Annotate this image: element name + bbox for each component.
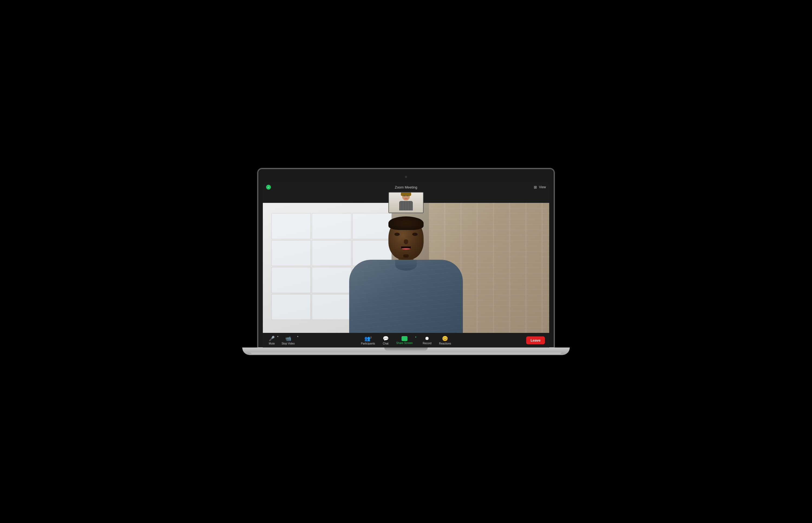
- share-screen-button[interactable]: ⬆ Share Screen: [395, 335, 414, 346]
- laptop-notch: [384, 347, 428, 351]
- title-bar-left: ✓: [266, 185, 271, 190]
- mute-group: 🎤 Mute ▲: [267, 335, 279, 346]
- video-icon: 📹: [285, 336, 291, 342]
- security-shield-icon: ✓: [266, 185, 271, 190]
- zoom-window: ✓ Zoom Meeting ⊞ View: [263, 182, 549, 347]
- stop-video-label: Stop Video: [282, 342, 295, 345]
- leave-button[interactable]: Leave: [526, 337, 545, 344]
- mute-chevron-icon[interactable]: ▲: [277, 335, 279, 338]
- chat-button[interactable]: 💬 Chat: [381, 335, 390, 346]
- reactions-label: Reactions: [439, 342, 451, 345]
- video-group: 📹 Stop Video ▲: [280, 335, 299, 346]
- chat-icon: 💬: [383, 336, 389, 342]
- window-title: Zoom Meeting: [395, 185, 417, 189]
- laptop-screen-bezel: ✓ Zoom Meeting ⊞ View: [257, 168, 555, 347]
- share-screen-icon: ⬆: [401, 336, 407, 341]
- participants-icon: 👥2: [364, 336, 372, 342]
- toolbar-left: 🎤 Mute ▲ 📹 Stop Video ▲: [267, 335, 299, 346]
- stop-video-button[interactable]: 📹 Stop Video: [280, 335, 296, 346]
- main-person: [336, 214, 476, 333]
- participant-count: 2: [370, 336, 372, 339]
- main-video: [263, 203, 549, 333]
- laptop-container: ✓ Zoom Meeting ⊞ View: [257, 168, 555, 355]
- toolbar-center: 👥2 Participants 💬 Chat ⬆ Share Screen: [359, 335, 453, 346]
- view-label: View: [539, 185, 546, 189]
- toolbar-right: Leave: [526, 337, 545, 344]
- laptop-camera: [405, 176, 407, 178]
- reactions-button[interactable]: 😊 Reactions: [437, 335, 453, 346]
- pip-video: [389, 192, 423, 213]
- participants-label: Participants: [361, 342, 375, 345]
- mute-label: Mute: [269, 342, 275, 345]
- record-label: Record: [423, 342, 431, 345]
- camera-bar: [263, 174, 549, 180]
- pip-person-video: [389, 193, 423, 213]
- record-icon: ⏺: [425, 336, 430, 341]
- laptop-bottom: [242, 347, 570, 355]
- participants-button[interactable]: 👥2 Participants: [359, 335, 377, 346]
- share-screen-group: ⬆ Share Screen ▲: [395, 335, 417, 346]
- share-screen-label: Share Screen: [396, 342, 413, 344]
- chat-label: Chat: [383, 342, 389, 345]
- microphone-icon: 🎤: [269, 336, 275, 342]
- title-bar-right[interactable]: ⊞ View: [534, 185, 546, 189]
- participants-group: 👥2 Participants: [359, 335, 377, 346]
- reactions-icon: 😊: [442, 336, 448, 342]
- toolbar: 🎤 Mute ▲ 📹 Stop Video ▲: [263, 333, 549, 347]
- video-chevron-icon[interactable]: ▲: [297, 335, 299, 338]
- record-button[interactable]: ⏺ Record: [421, 335, 433, 346]
- grid-view-icon: ⊞: [534, 185, 537, 189]
- share-chevron-icon[interactable]: ▲: [415, 336, 417, 338]
- mute-button[interactable]: 🎤 Mute: [267, 335, 276, 346]
- title-bar: ✓ Zoom Meeting ⊞ View: [263, 182, 549, 192]
- laptop-base: [250, 352, 562, 354]
